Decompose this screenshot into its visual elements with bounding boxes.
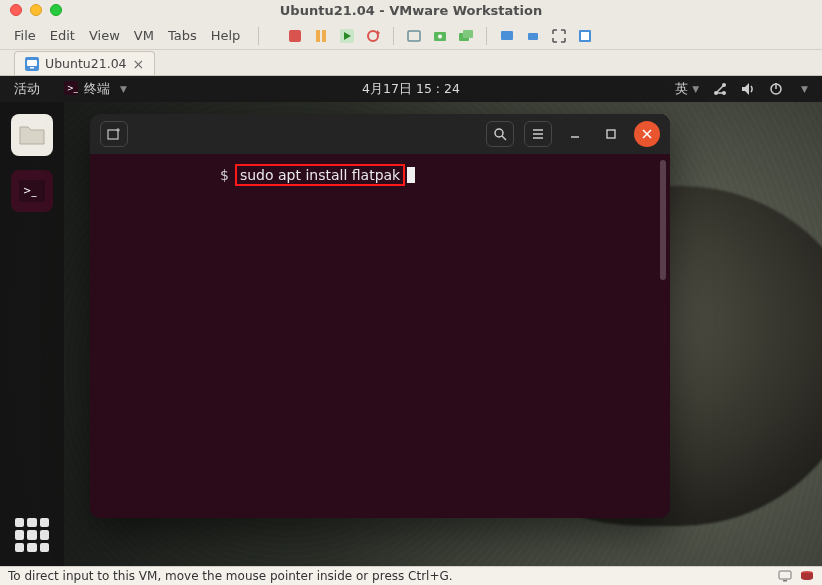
toolbar-separator-3: [486, 27, 487, 45]
toolbar-screen-icon[interactable]: [497, 27, 517, 45]
svg-point-31: [495, 129, 503, 137]
close-icon: [641, 128, 653, 140]
svg-text:>_: >_: [67, 84, 78, 93]
power-icon[interactable]: [769, 82, 783, 96]
menu-tabs[interactable]: Tabs: [168, 28, 197, 43]
chevron-down-icon: ▼: [120, 84, 127, 94]
gnome-top-bar: 活动 >_ 终端 ▼ 4月17日 15 : 24 英 ▼: [0, 76, 822, 102]
svg-rect-15: [581, 32, 589, 40]
terminal-line: $ sudo apt install flatpak: [220, 164, 415, 186]
status-message: To direct input to this VM, move the mou…: [8, 569, 453, 583]
toolbar-send-key-icon[interactable]: [404, 27, 424, 45]
svg-line-32: [502, 136, 506, 140]
vmware-tab-label: Ubuntu21.04: [45, 56, 127, 71]
chevron-down-icon: ▼: [801, 84, 808, 94]
dock-terminal-icon[interactable]: >_: [11, 170, 53, 212]
activities-button[interactable]: 活动: [0, 81, 54, 98]
app-menu-label: 终端: [84, 81, 110, 98]
new-tab-button[interactable]: [100, 121, 128, 147]
close-button[interactable]: [634, 121, 660, 147]
svg-rect-16: [27, 60, 37, 66]
mac-minimize-button[interactable]: [30, 4, 42, 16]
menu-vm[interactable]: VM: [134, 28, 154, 43]
vmware-window-title: Ubuntu21.04 - VMware Workstation: [0, 0, 822, 22]
svg-rect-11: [463, 30, 473, 38]
toolbar-pause-icon[interactable]: [311, 27, 331, 45]
mac-close-button[interactable]: [10, 4, 22, 16]
minimize-button[interactable]: [562, 121, 588, 147]
toolbar-restart-icon[interactable]: [363, 27, 383, 45]
hamburger-menu-button[interactable]: [524, 121, 552, 147]
svg-rect-40: [779, 571, 791, 579]
terminal-header-bar: [90, 114, 670, 154]
toolbar-screen-small-icon[interactable]: [523, 27, 543, 45]
terminal-prompt: $: [220, 167, 229, 183]
status-monitor-icon[interactable]: [778, 570, 792, 582]
svg-rect-13: [528, 33, 538, 40]
vmware-status-bar: To direct input to this VM, move the mou…: [0, 566, 822, 585]
clock-label[interactable]: 4月17日 15 : 24: [362, 81, 460, 98]
toolbar-play-icon[interactable]: [337, 27, 357, 45]
hamburger-icon: [531, 127, 545, 141]
menu-file[interactable]: File: [14, 28, 36, 43]
svg-marker-23: [742, 83, 749, 95]
menu-view[interactable]: View: [89, 28, 120, 43]
vmware-menu-bar: File Edit View VM Tabs Help: [0, 22, 822, 50]
vm-viewport[interactable]: 活动 >_ 终端 ▼ 4月17日 15 : 24 英 ▼: [0, 76, 822, 566]
input-method-indicator[interactable]: 英 ▼: [675, 81, 699, 98]
vmware-tab[interactable]: Ubuntu21.04 ×: [14, 51, 155, 75]
monitor-icon: [25, 57, 39, 71]
svg-rect-28: [108, 130, 118, 139]
toolbar-manage-snapshots-icon[interactable]: [456, 27, 476, 45]
tab-close-icon[interactable]: ×: [133, 57, 145, 71]
svg-point-9: [438, 34, 442, 38]
maximize-button[interactable]: [598, 121, 624, 147]
vmware-toolbar: [285, 27, 595, 45]
terminal-menu-icon: >_: [64, 81, 78, 98]
toolbar-fullscreen-icon[interactable]: [549, 27, 569, 45]
svg-point-5: [368, 31, 378, 41]
svg-rect-2: [322, 30, 326, 42]
search-button[interactable]: [486, 121, 514, 147]
terminal-body[interactable]: $ sudo apt install flatpak: [90, 154, 670, 518]
svg-rect-1: [316, 30, 320, 42]
svg-rect-37: [607, 130, 615, 138]
toolbar-snapshot-icon[interactable]: [430, 27, 450, 45]
terminal-command-highlight: sudo apt install flatpak: [235, 164, 405, 186]
terminal-scrollbar[interactable]: [660, 160, 666, 280]
svg-text:>_: >_: [23, 185, 37, 197]
dock-files-icon[interactable]: [11, 114, 53, 156]
show-applications-icon[interactable]: [15, 518, 49, 552]
svg-rect-0: [289, 30, 301, 42]
menu-edit[interactable]: Edit: [50, 28, 75, 43]
svg-rect-7: [408, 31, 420, 41]
toolbar-separator-2: [393, 27, 394, 45]
app-menu[interactable]: >_ 终端 ▼: [54, 81, 137, 98]
volume-icon[interactable]: [741, 82, 755, 96]
mac-zoom-button[interactable]: [50, 4, 62, 16]
terminal-cursor: [407, 167, 415, 183]
network-icon[interactable]: [713, 82, 727, 96]
svg-rect-17: [30, 67, 34, 69]
search-icon: [493, 127, 507, 141]
status-disk-icon[interactable]: [800, 570, 814, 582]
menu-help[interactable]: Help: [211, 28, 241, 43]
vmware-tab-strip: Ubuntu21.04 ×: [0, 50, 822, 76]
svg-rect-12: [501, 31, 513, 40]
toolbar-power-off-icon[interactable]: [285, 27, 305, 45]
chevron-down-icon: ▼: [692, 84, 699, 94]
terminal-window: $ sudo apt install flatpak: [90, 114, 670, 518]
input-method-label: 英: [675, 81, 688, 98]
ubuntu-dock: >_: [0, 102, 64, 566]
toolbar-separator: [258, 27, 259, 45]
toolbar-unity-icon[interactable]: [575, 27, 595, 45]
svg-rect-41: [783, 580, 787, 582]
terminal-command: sudo apt install flatpak: [240, 167, 400, 183]
